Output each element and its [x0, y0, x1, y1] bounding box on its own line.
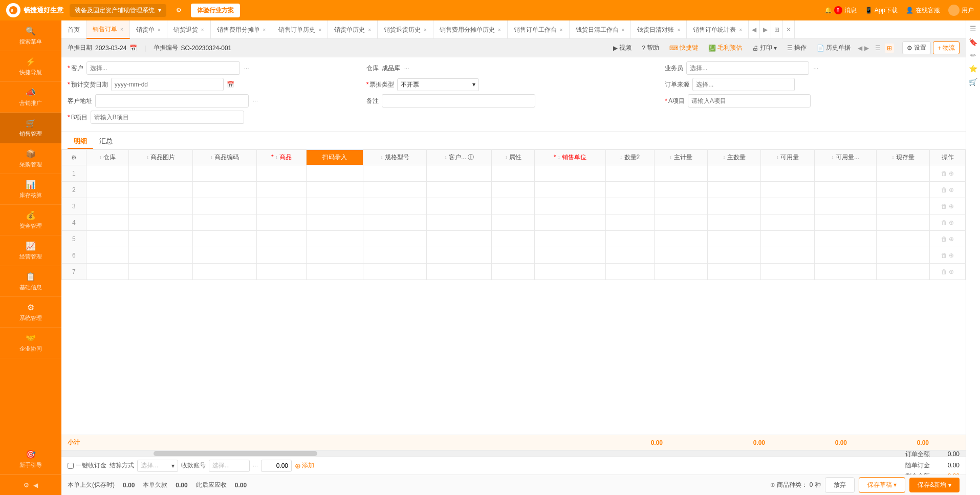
row-delete-3[interactable]: 🗑: [941, 203, 947, 210]
sidebar-item-quick-nav[interactable]: ⚡ 快捷导航: [0, 51, 61, 82]
row-scan-3[interactable]: [307, 198, 363, 214]
row-unit-3[interactable]: [535, 198, 605, 214]
notification-area[interactable]: 🔔 8 消息: [824, 6, 857, 15]
row-image-4[interactable]: [129, 214, 193, 231]
th-available2[interactable]: ↕ 可用量...: [814, 150, 876, 165]
row-scan-4[interactable]: [307, 214, 363, 231]
th-main-unit[interactable]: ↕ 主计量: [654, 150, 707, 165]
th-code[interactable]: ↕ 商品编码: [193, 150, 257, 165]
row-main-unit-2[interactable]: [654, 182, 707, 198]
tab-expense-history-close[interactable]: ×: [498, 27, 501, 33]
right-panel-icon-1[interactable]: ☰: [967, 23, 979, 35]
nav-left-icon[interactable]: ◀: [858, 45, 862, 52]
row-image-6[interactable]: [129, 247, 193, 264]
row-qty2-6[interactable]: [605, 247, 654, 264]
row-unit-4[interactable]: [535, 214, 605, 231]
tab-daily-workbench[interactable]: 钱货日清工作台 ×: [570, 20, 631, 39]
sidebar-item-guide[interactable]: 🎯 新手引导: [0, 444, 61, 475]
calendar2-icon[interactable]: 📅: [227, 81, 234, 88]
row-available2-6[interactable]: [814, 247, 876, 264]
row-main-qty-1[interactable]: [708, 165, 761, 182]
tab-close-all-btn[interactable]: ✕: [783, 20, 795, 38]
row-available2-5[interactable]: [814, 231, 876, 247]
profit-preview-btn[interactable]: 💹 毛利预估: [705, 42, 745, 53]
right-panel-icon-3[interactable]: ✏: [967, 49, 979, 61]
tab-reconciliation-close[interactable]: ×: [677, 27, 680, 33]
row-spec-1[interactable]: [363, 165, 427, 182]
row-goods-4[interactable]: [256, 214, 307, 231]
row-attr-5[interactable]: [492, 231, 535, 247]
row-goods-3[interactable]: [256, 198, 307, 214]
row-main-qty-7[interactable]: [708, 264, 761, 280]
row-warehouse-5[interactable]: [86, 231, 129, 247]
right-panel-icon-2[interactable]: 🔖: [967, 36, 979, 48]
row-main-qty-4[interactable]: [708, 214, 761, 231]
row-main-unit-4[interactable]: [654, 214, 707, 231]
row-current-5[interactable]: [876, 231, 929, 247]
row-warehouse-6[interactable]: [86, 247, 129, 264]
sidebar-item-collab[interactable]: 🤝 企业协同: [0, 328, 61, 358]
tab-return-history[interactable]: 销货退货历史 ×: [378, 20, 433, 39]
sidebar-item-management[interactable]: 📈 经营管理: [0, 235, 61, 266]
row-available2-3[interactable]: [814, 198, 876, 214]
tab-sales-order-history[interactable]: 销售订单历史 ×: [272, 20, 328, 39]
row-scan-2[interactable]: [307, 182, 363, 198]
th-warehouse[interactable]: ↕ 仓库: [86, 150, 129, 165]
row-attr-1[interactable]: [492, 165, 535, 182]
row-goods-1[interactable]: [256, 165, 307, 182]
row-delete-2[interactable]: 🗑: [941, 186, 947, 193]
invoice-select[interactable]: 不开票 ▾: [397, 78, 479, 91]
th-goods[interactable]: * ↕ 商品: [256, 150, 307, 165]
row-main-unit-5[interactable]: [654, 231, 707, 247]
row-qty2-7[interactable]: [605, 264, 654, 280]
row-main-qty-6[interactable]: [708, 247, 761, 264]
customer-input[interactable]: [86, 61, 240, 75]
row-attr-6[interactable]: [492, 247, 535, 264]
row-unit-6[interactable]: [535, 247, 605, 264]
row-goods-7[interactable]: [256, 264, 307, 280]
row-image-7[interactable]: [129, 264, 193, 280]
row-qty2-4[interactable]: [605, 214, 654, 231]
row-delete-6[interactable]: 🗑: [941, 252, 947, 259]
user-area[interactable]: 用户: [948, 5, 974, 16]
row-customer-code-7[interactable]: [427, 264, 492, 280]
row-qty2-1[interactable]: [605, 165, 654, 182]
row-image-1[interactable]: [129, 165, 193, 182]
row-scan-1[interactable]: [307, 165, 363, 182]
tab-sales-order-close[interactable]: ×: [120, 27, 123, 32]
row-scan-7[interactable]: [307, 264, 363, 280]
th-image[interactable]: ↕ 商品图片: [129, 150, 193, 165]
th-qty2[interactable]: ↕ 数量2: [605, 150, 654, 165]
row-customer-code-4[interactable]: [427, 214, 492, 231]
payment-amount-input[interactable]: 0.00: [261, 460, 292, 472]
th-current[interactable]: ↕ 现存量: [876, 150, 929, 165]
row-available-2[interactable]: [761, 182, 814, 198]
discard-btn[interactable]: 放弃: [825, 477, 855, 493]
help-btn[interactable]: ? 帮助: [639, 42, 662, 53]
th-customer-code[interactable]: ↕ 客户... ⓘ: [427, 150, 492, 165]
tab-expense-history[interactable]: 销售费用分摊单历史 ×: [433, 20, 508, 39]
tab-detail[interactable]: 明细: [68, 135, 93, 149]
print-btn[interactable]: 🖨 打印 ▾: [749, 42, 780, 53]
row-customer-code-1[interactable]: [427, 165, 492, 182]
row-code-1[interactable]: [193, 165, 257, 182]
tab-sales-order-history-close[interactable]: ×: [318, 27, 321, 33]
row-available2-7[interactable]: [814, 264, 876, 280]
settings-icon[interactable]: ⚙: [172, 4, 185, 16]
row-warehouse-2[interactable]: [86, 182, 129, 198]
row-code-5[interactable]: [193, 231, 257, 247]
row-code-4[interactable]: [193, 214, 257, 231]
industry-btn[interactable]: 体验行业方案: [191, 4, 240, 17]
app-download[interactable]: 📱 App下载: [865, 6, 898, 15]
tab-order-workbench[interactable]: 销售订单工作台 ×: [508, 20, 570, 39]
row-copy-3[interactable]: ⊕: [949, 203, 954, 210]
row-available2-1[interactable]: [814, 165, 876, 182]
online-service[interactable]: 👤 在线客服: [906, 6, 940, 15]
row-available-7[interactable]: [761, 264, 814, 280]
sidebar-item-marketing[interactable]: 📣 营销推广: [0, 82, 61, 113]
row-spec-5[interactable]: [363, 231, 427, 247]
right-panel-icon-5[interactable]: 🛒: [967, 76, 979, 88]
add-payment-btn[interactable]: ⊕ 添加: [295, 461, 314, 470]
row-available-1[interactable]: [761, 165, 814, 182]
th-unit[interactable]: * ↕ 销售单位: [535, 150, 605, 165]
